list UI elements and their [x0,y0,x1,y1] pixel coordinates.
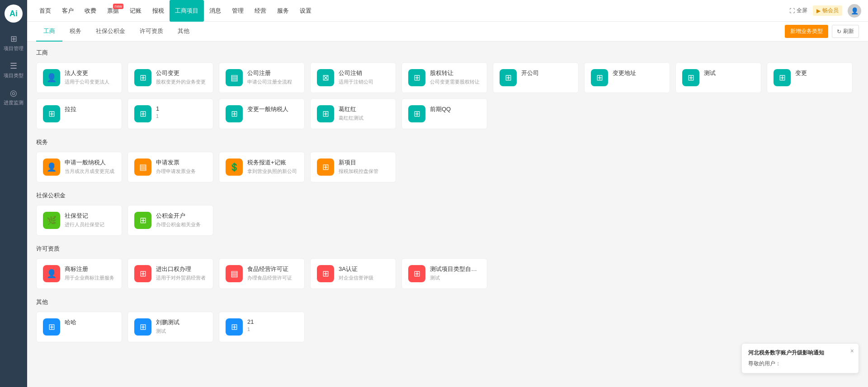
top-navigation: 首页客户收费票据new记账报税工商项目消息管理经营服务设置 ⛶ 全屏 ▶ 畅会员… [27,0,868,22]
tab-license[interactable]: 许可资质 [132,22,170,42]
topnav-item-operation[interactable]: 经营 [249,0,272,22]
card-company-change[interactable]: ⊞ 公司变更 股权变更外的业务变更 [127,62,213,93]
card-icon-one: ⊞ [134,105,151,122]
card-name-lala: 拉拉 [65,105,115,113]
topnav-item-customer[interactable]: 客户 [57,0,79,22]
card-haha[interactable]: ⊞ 哈哈 [36,312,122,342]
topnav-item-settings[interactable]: 设置 [294,0,317,22]
topnav-item-message[interactable]: 消息 [204,0,226,22]
card-food-license[interactable]: ▤ 食品经营许可证 办理食品经营许可证 [219,258,305,289]
section-other-section: 其他 ⊞ 哈哈 ⊞ 刘鹏测试 测试 ⊞ 21 1 [36,298,859,342]
card-icon-twenty-one: ⊞ [226,318,243,336]
card-tax-report-accounting[interactable]: 💲 税务报道+记账 拿到营业执照的新公司 [219,152,305,182]
card-company-cancel[interactable]: ⊠ 公司注销 适用于注销公司 [310,62,396,93]
card-name-social-register: 社保登记 [65,212,115,220]
card-social-register[interactable]: 🌿 社保登记 进行人员社保登记 [36,205,122,236]
card-lala[interactable]: ⊞ 拉拉 [36,98,122,129]
topnav-item-tickets[interactable]: 票据new [102,0,124,22]
fullscreen-btn[interactable]: ⛶ 全屏 [789,7,807,14]
card-equity-transfer[interactable]: ⊞ 股权转让 公司变更需要股权转让 [401,62,487,93]
card-company-register[interactable]: ▤ 公司注册 申请公司注册全流程 [219,62,305,93]
topnav-item-home[interactable]: 首页 [34,0,57,22]
notification-close-btn[interactable]: × [850,347,854,354]
avatar[interactable]: 👤 [848,4,861,18]
tab-other[interactable]: 其他 [170,22,197,42]
card-desc-equity-transfer: 公司变更需要股权转让 [430,79,481,85]
card-name-3a-cert: 3A认证 [339,265,389,273]
card-change-taxpayer[interactable]: ⊞ 变更一般纳税人 [219,98,305,129]
avatar-icon: 👤 [851,7,859,14]
content-area: 工商税务社保公积金许可资质其他 新增业务类型 ↻ 刷新 工商 👤 法人变更 适用… [27,22,868,387]
card-name-import-export: 进出口权办理 [156,265,207,273]
topnav-item-tax[interactable]: 报税 [147,0,170,22]
card-icon-new-project: ⊞ [317,159,334,176]
card-icon-import-export: ⊞ [134,265,151,282]
card-icon-3a-cert: ⊞ [317,265,334,282]
refresh-button[interactable]: ↻ 刷新 [832,25,859,38]
topnav-item-accounting[interactable]: 记账 [124,0,147,22]
card-test-project-type[interactable]: ⊞ 测试项目类型自定义 测试 [401,258,487,289]
card-info-company-change: 公司变更 股权变更外的业务变更 [156,69,207,85]
card-new-project[interactable]: ⊞ 新项目 报税加税控盘保管 [310,152,396,182]
tab-bar: 工商税务社保公积金许可资质其他 新增业务类型 ↻ 刷新 [27,22,868,42]
sidebar-item-project-type[interactable]: ☰ 项目类型 [4,56,24,84]
card-3a-cert[interactable]: ⊞ 3A认证 对企业信誉评级 [310,258,396,289]
card-change-address[interactable]: ⊞ 变更地址 [584,62,670,93]
card-name-open-company: 开公司 [521,69,572,77]
new-type-button[interactable]: 新增业务类型 [785,25,828,38]
card-name-haha: 哈哈 [65,318,115,326]
card-name-apply-invoice: 申请发票 [156,159,207,167]
card-name-trademark: 商标注册 [65,265,115,273]
card-name-qianqi-qq: 前期QQ [430,105,481,113]
card-icon-liupeng-test: ⊞ [134,318,151,336]
card-qianqi-qq[interactable]: ⊞ 前期QQ [401,98,487,129]
card-guhonghong[interactable]: ⊞ 葛红红 葛红红测试 [310,98,396,129]
tab-industry[interactable]: 工商 [36,22,62,42]
tab-tax[interactable]: 税务 [62,22,89,42]
card-name-food-license: 食品经营许可证 [247,265,298,273]
sidebar-logo[interactable]: Ai [5,5,23,23]
card-icon-change-address: ⊞ [591,69,608,86]
card-one[interactable]: ⊞ 1 1 [127,98,213,129]
sidebar-item-progress-monitor[interactable]: ◎ 进度监测 [4,84,24,111]
cards-grid-social-section: 🌿 社保登记 进行人员社保登记 ⊞ 公积金开户 办理公积金相关业务 [36,205,859,236]
card-icon-apply-taxpayer: 👤 [43,159,60,176]
card-liupeng-test[interactable]: ⊞ 刘鹏测试 测试 [127,312,213,342]
card-name-test: 测试 [704,69,755,77]
card-info-one: 1 1 [156,105,207,119]
logo-text: Ai [9,9,18,19]
topnav-item-billing[interactable]: 收费 [79,0,102,22]
card-name-tax-report-accounting: 税务报道+记账 [247,159,298,167]
topnav-item-service[interactable]: 服务 [272,0,294,22]
card-change[interactable]: ⊞ 变更 [767,62,853,93]
sidebar-item-project-manage[interactable]: ⊞ 项目管理 [4,29,24,56]
card-desc-new-project: 报税加税控盘保管 [339,168,389,175]
topnav-item-industry[interactable]: 工商项目 [170,0,204,22]
badge-tickets: new [113,4,123,9]
card-info-new-project: 新项目 报税加税控盘保管 [339,159,389,175]
card-info-legal-change: 法人变更 适用于公司变更法人 [65,69,115,85]
card-desc-one: 1 [156,113,207,119]
card-apply-invoice[interactable]: ▤ 申请发票 办理申请发票业务 [127,152,213,182]
card-desc-social-register: 进行人员社保登记 [65,221,115,228]
card-name-equity-transfer: 股权转让 [430,69,481,77]
card-twenty-one[interactable]: ⊞ 21 1 [219,312,305,342]
topnav-item-manage[interactable]: 管理 [226,0,249,22]
card-import-export[interactable]: ⊞ 进出口权办理 适用于对外贸易经营者 [127,258,213,289]
card-apply-taxpayer[interactable]: 👤 申请一般纳税人 当月或次月成变更完成 [36,152,122,182]
card-desc-company-cancel: 适用于注销公司 [339,79,389,85]
tab-social[interactable]: 社保公积金 [89,22,132,42]
card-name-company-register: 公司注册 [247,69,298,77]
card-test[interactable]: ⊞ 测试 [675,62,761,93]
card-desc-company-register: 申请公司注册全流程 [247,79,298,85]
card-fund-open[interactable]: ⊞ 公积金开户 办理公积金相关业务 [127,205,213,236]
fullscreen-label: 全屏 [797,7,807,14]
card-legal-change[interactable]: 👤 法人变更 适用于公司变更法人 [36,62,122,93]
card-icon-qianqi-qq: ⊞ [408,105,425,122]
card-info-apply-invoice: 申请发票 办理申请发票业务 [156,159,207,175]
card-icon-test: ⊞ [682,69,699,86]
card-info-twenty-one: 21 1 [247,318,298,332]
card-open-company[interactable]: ⊞ 开公司 [493,62,579,93]
vip-btn[interactable]: ▶ 畅会员 [813,5,842,16]
card-trademark[interactable]: 👤 商标注册 用于企业商标注册服务 [36,258,122,289]
